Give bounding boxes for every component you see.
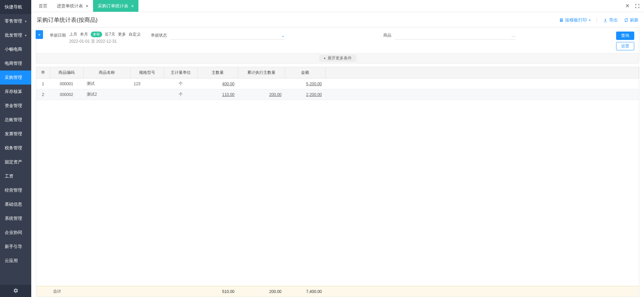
cell-1-1: 000002: [50, 89, 83, 100]
sidebar-item-10[interactable]: 税务管理: [0, 141, 31, 155]
filter-date: 单据日期 上月本月本年近7天更多自定义 2022-01-01 至 2022-12…: [50, 32, 141, 44]
sidebar-item-13[interactable]: 经营管理: [0, 183, 31, 197]
print-label: 按模板打印: [565, 17, 587, 23]
sidebar-item-2[interactable]: 批发管理▾: [0, 28, 31, 42]
total-amt: 7,400.00: [285, 286, 325, 297]
th-7[interactable]: 金额: [285, 67, 325, 79]
sidebar-item-9[interactable]: 发票管理: [0, 127, 31, 141]
th-4[interactable]: 主计量单位: [164, 67, 198, 79]
table-wrap: 商品编码商品名称规格型号主计量单位主数量累计执行主数量金额 1000001测试1…: [36, 67, 639, 297]
sidebar-item-label: 采购管理: [5, 75, 22, 81]
date-tab-0[interactable]: 上月: [69, 32, 77, 37]
sidebar-item-17[interactable]: 新手引导: [0, 240, 31, 254]
filter-zone: » 单据日期 上月本月本年近7天更多自定义 2022-01-01 至 2022-…: [36, 27, 639, 63]
cell-1-4: 个: [164, 89, 198, 100]
table-header-row: 商品编码商品名称规格型号主计量单位主数量累计执行主数量金额: [36, 67, 639, 79]
table-body: 1000001测试123个400.005,200.002000002测试2个11…: [36, 79, 639, 100]
sidebar-item-0[interactable]: 快捷导航: [0, 0, 31, 14]
sidebar-item-11[interactable]: 固定资产: [0, 155, 31, 169]
sidebar-item-label: 基础信息: [5, 201, 22, 207]
tabs-bar: 首页进货单统计表×采购订单统计表× ✕: [31, 0, 644, 12]
date-tab-4[interactable]: 更多: [118, 32, 126, 37]
sidebar-item-label: 快捷导航: [5, 4, 22, 10]
sidebar-item-1[interactable]: 零售管理▾: [0, 14, 31, 28]
status-label: 单据状态: [151, 32, 167, 38]
tab-label: 首页: [39, 3, 47, 9]
tab-2[interactable]: 采购订单统计表×: [93, 0, 138, 12]
setting-button[interactable]: 设置: [616, 42, 634, 50]
sidebar-item-label: 云应用: [5, 258, 18, 264]
cell-0-7[interactable]: 5,200.00: [285, 79, 325, 89]
sidebar-item-15[interactable]: 系统管理: [0, 211, 31, 226]
th-3[interactable]: 规格型号: [130, 67, 164, 79]
cell-1-5[interactable]: 110.00: [198, 89, 238, 100]
status-select[interactable]: ⌄: [170, 32, 285, 40]
export-icon: [603, 18, 608, 22]
th-5[interactable]: 主数量: [198, 67, 238, 79]
cell-1-7[interactable]: 2,200.00: [285, 89, 325, 100]
tab-label: 采购订单统计表: [98, 3, 128, 9]
sidebar-settings[interactable]: [0, 285, 31, 297]
cell-1-0: 2: [36, 89, 50, 100]
close-icon[interactable]: ×: [131, 3, 134, 9]
cell-1-2: 测试2: [83, 89, 130, 100]
table-row[interactable]: 1000001测试123个400.005,200.00: [36, 79, 639, 89]
sidebar-item-3[interactable]: 小畅电商: [0, 42, 31, 56]
total-table: 合计 510.00 200.00 7,400.00: [36, 286, 639, 297]
gear-icon: [13, 288, 18, 294]
close-all-icon[interactable]: ✕: [624, 3, 631, 9]
sidebar-item-8[interactable]: 总账管理: [0, 113, 31, 127]
sidebar-item-12[interactable]: 工资: [0, 169, 31, 183]
title-row: 采购订单统计表(按商品) 按模板打印 ▾ 导出 刷新: [31, 12, 644, 27]
table-row[interactable]: 2000002测试2个110.00200.002,200.00: [36, 89, 639, 100]
title-actions: 按模板打印 ▾ 导出 刷新: [559, 17, 639, 23]
sidebar-item-6[interactable]: 库存核算: [0, 85, 31, 99]
sidebar-item-label: 系统管理: [5, 215, 22, 221]
more-icon: …: [511, 33, 516, 38]
query-button[interactable]: 查询: [616, 32, 634, 40]
sidebar-item-label: 资金管理: [5, 103, 22, 109]
print-action[interactable]: 按模板打印 ▾: [559, 17, 591, 23]
date-label: 单据日期: [50, 32, 66, 38]
date-tab-1[interactable]: 本月: [80, 32, 88, 37]
fullscreen-icon[interactable]: [634, 3, 641, 9]
cell-1-6[interactable]: 200.00: [238, 89, 285, 100]
cell-0-5[interactable]: 400.00: [198, 79, 238, 89]
total-qty: 510.00: [198, 286, 238, 297]
sidebar-item-label: 零售管理: [5, 18, 22, 24]
product-label: 商品: [383, 32, 391, 38]
tabs-right-actions: ✕: [624, 0, 644, 12]
th-1[interactable]: 商品编码: [50, 67, 83, 79]
product-input[interactable]: …: [395, 32, 516, 40]
gear-icon[interactable]: [41, 70, 45, 75]
sidebar-item-16[interactable]: 企业协同: [0, 226, 31, 240]
sidebar-item-label: 新手引导: [5, 244, 22, 250]
date-tab-5[interactable]: 自定义: [129, 32, 141, 37]
expand-more-filters[interactable]: ▾ 展开更多条件: [36, 53, 639, 63]
refresh-label: 刷新: [630, 17, 639, 23]
filter-collapse-button[interactable]: »: [36, 30, 43, 39]
total-exec: 200.00: [238, 286, 285, 297]
sidebar-item-label: 固定资产: [5, 159, 22, 165]
date-tab-2[interactable]: 本年: [91, 32, 102, 37]
sidebar-item-4[interactable]: 电商管理: [0, 56, 31, 70]
sidebar-item-label: 总账管理: [5, 117, 22, 123]
sidebar-item-5[interactable]: 采购管理: [0, 70, 31, 85]
tab-1[interactable]: 进货单统计表×: [52, 0, 93, 12]
export-action[interactable]: 导出: [603, 17, 618, 23]
refresh-action[interactable]: 刷新: [624, 17, 639, 23]
caret-down-icon: ▾: [589, 18, 591, 22]
th-2[interactable]: 商品名称: [83, 67, 130, 79]
total-row: 合计 510.00 200.00 7,400.00: [36, 286, 639, 297]
tab-0[interactable]: 首页: [34, 0, 52, 12]
sidebar-item-7[interactable]: 资金管理: [0, 99, 31, 113]
page-title: 采购订单统计表(按商品): [37, 16, 97, 24]
th-0[interactable]: [36, 67, 50, 79]
export-label: 导出: [609, 17, 618, 23]
sidebar-item-14[interactable]: 基础信息: [0, 197, 31, 211]
cell-0-4: 个: [164, 79, 198, 89]
sidebar-item-18[interactable]: 云应用: [0, 254, 31, 268]
close-icon[interactable]: ×: [86, 3, 88, 9]
date-tab-3[interactable]: 近7天: [105, 32, 115, 37]
th-6[interactable]: 累计执行主数量: [238, 67, 285, 79]
